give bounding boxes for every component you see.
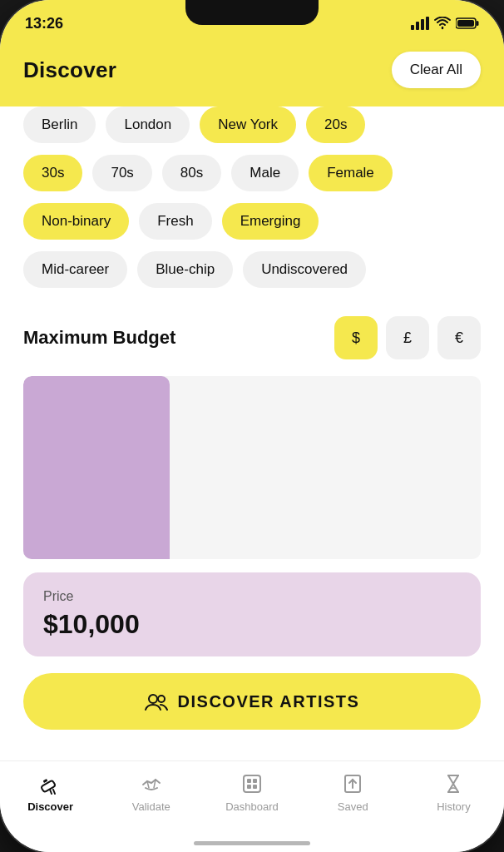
filter-tags: Berlin London New York 20s 30s 70s 80s M… [23, 106, 481, 288]
saved-icon [342, 773, 363, 795]
tag-undiscovered[interactable]: Undiscovered [243, 251, 366, 288]
svg-rect-2 [421, 19, 424, 30]
tag-non-binary[interactable]: Non-binary [23, 203, 129, 240]
svg-rect-14 [247, 779, 251, 783]
discover-icon [145, 691, 168, 711]
tag-70s[interactable]: 70s [92, 155, 151, 191]
tag-new-york[interactable]: New York [200, 106, 296, 143]
dashboard-icon [241, 773, 263, 795]
telescope-icon [40, 773, 62, 795]
nav-label-saved: Saved [338, 800, 368, 813]
tag-30s[interactable]: 30s [23, 155, 82, 191]
clear-all-button[interactable]: Clear All [392, 52, 481, 88]
filter-row-4: Mid-career Blue-chip Undiscovered [23, 251, 481, 288]
svg-rect-17 [253, 785, 257, 789]
notch [185, 0, 319, 25]
budget-section: Maximum Budget $ £ € Price [23, 300, 481, 730]
tag-female[interactable]: Female [309, 155, 393, 191]
tag-80s[interactable]: 80s [162, 155, 221, 191]
nav-item-history[interactable]: History [403, 771, 504, 813]
nav-label-history: History [437, 800, 470, 813]
currency-usd[interactable]: $ [334, 316, 378, 359]
svg-line-11 [50, 790, 52, 794]
budget-slider[interactable] [23, 376, 481, 559]
battery-icon [456, 17, 479, 29]
nav-item-validate[interactable]: Validate [101, 771, 201, 813]
nav-label-dashboard: Dashboard [225, 800, 279, 813]
price-label: Price [43, 589, 461, 604]
currency-group: $ £ € [334, 316, 481, 359]
svg-rect-3 [426, 17, 429, 30]
header: Discover Clear All [0, 43, 504, 106]
nav-label-discover: Discover [27, 800, 73, 813]
hourglass-icon [442, 773, 464, 795]
tag-mid-career[interactable]: Mid-career [23, 251, 127, 288]
saved-nav-icon [340, 771, 365, 796]
tag-london[interactable]: London [106, 106, 190, 143]
tag-20s[interactable]: 20s [306, 106, 365, 143]
wifi-icon [434, 17, 451, 30]
dashboard-nav-icon [240, 771, 264, 796]
phone-frame: 13:26 [0, 0, 504, 852]
bottom-nav: Discover Validate [0, 760, 504, 852]
nav-label-validate: Validate [132, 800, 170, 813]
validate-nav-icon [139, 771, 164, 796]
history-nav-icon [441, 771, 466, 796]
page-title: Discover [23, 57, 116, 83]
phone-screen: 13:26 [0, 0, 504, 852]
svg-rect-15 [253, 779, 257, 783]
svg-rect-13 [244, 775, 260, 792]
status-icons [411, 17, 479, 30]
signal-icon [411, 17, 429, 30]
status-time: 13:26 [25, 15, 63, 32]
budget-title: Maximum Budget [23, 327, 175, 349]
discover-nav-icon [38, 771, 63, 796]
discover-btn-label: DISCOVER ARTISTS [178, 692, 360, 711]
home-indicator [194, 841, 310, 845]
main-content: Berlin London New York 20s 30s 70s 80s M… [0, 106, 504, 824]
svg-rect-0 [411, 25, 414, 30]
nav-item-discover[interactable]: Discover [0, 771, 101, 813]
svg-point-7 [149, 695, 157, 703]
tag-fresh[interactable]: Fresh [139, 203, 211, 240]
filter-row-2: 30s 70s 80s Male Female [23, 155, 481, 191]
svg-rect-5 [477, 21, 479, 26]
tag-berlin[interactable]: Berlin [23, 106, 96, 143]
currency-gbp[interactable]: £ [386, 316, 429, 359]
handshake-icon [141, 773, 162, 795]
svg-rect-1 [416, 22, 419, 30]
filter-row-1: Berlin London New York 20s [23, 106, 481, 143]
svg-line-12 [53, 790, 55, 794]
tag-emerging[interactable]: Emerging [222, 203, 319, 240]
svg-rect-16 [247, 785, 251, 789]
price-box: Price $10,000 [23, 572, 481, 656]
tag-blue-chip[interactable]: Blue-chip [137, 251, 233, 288]
currency-eur[interactable]: € [437, 316, 481, 359]
svg-rect-6 [457, 20, 474, 27]
budget-header: Maximum Budget $ £ € [23, 316, 481, 359]
filter-row-3: Non-binary Fresh Emerging [23, 203, 481, 240]
price-value: $10,000 [43, 609, 461, 640]
nav-item-dashboard[interactable]: Dashboard [201, 771, 302, 813]
nav-item-saved[interactable]: Saved [303, 771, 403, 813]
svg-point-8 [158, 696, 165, 702]
tag-male[interactable]: Male [231, 155, 299, 191]
discover-artists-button[interactable]: DISCOVER ARTISTS [23, 673, 481, 730]
